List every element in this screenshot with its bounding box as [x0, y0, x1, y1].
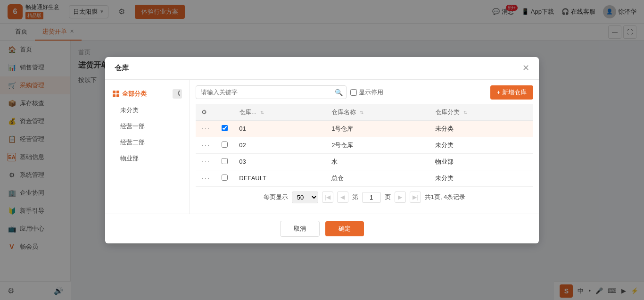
table-wrap: ⚙ 仓库... ⇅ 仓库名称 ⇅ — [196, 104, 533, 187]
modal-title: 仓库 — [115, 64, 129, 73]
row-code: 02 — [233, 137, 326, 153]
row-checkbox-cell[interactable] — [216, 120, 233, 137]
per-page-select[interactable]: 50 100 200 — [292, 192, 318, 203]
row-checkbox[interactable] — [222, 125, 228, 131]
category-all-label: 全部分类 — [122, 90, 147, 98]
modal-header: 仓库 ✕ — [105, 57, 539, 80]
add-warehouse-button[interactable]: + 新增仓库 — [490, 85, 533, 100]
row-category: 未分类 — [429, 120, 533, 137]
search-icon[interactable]: 🔍 — [335, 89, 343, 96]
table-row[interactable]: ··· DEFAULT 总仓 未分类 — [196, 170, 533, 186]
page-first-button[interactable]: |◀ — [322, 192, 333, 203]
table-body: ··· 01 1号仓库 未分类 ··· 02 2号仓库 未分类 ··· 03 水… — [196, 120, 533, 186]
row-category: 物业部 — [429, 153, 533, 170]
row-category: 未分类 — [429, 170, 533, 186]
category-property[interactable]: 物业部 — [105, 150, 190, 167]
row-checkbox[interactable] — [222, 142, 228, 148]
row-name: 1号仓库 — [326, 120, 429, 137]
category-ops2-label: 经营二部 — [120, 139, 145, 146]
search-input[interactable] — [196, 85, 347, 99]
row-checkbox[interactable] — [222, 158, 228, 164]
table-toolbar: 🔍 显示停用 + 新增仓库 — [196, 85, 533, 100]
page-suffix: 页 — [385, 193, 391, 201]
row-checkbox-cell[interactable] — [216, 153, 233, 170]
table-row[interactable]: ··· 02 2号仓库 未分类 — [196, 137, 533, 153]
sort-name-icon: ⇅ — [360, 110, 363, 115]
category-operations-2[interactable]: 经营二部 — [105, 134, 190, 150]
col-checkbox — [216, 104, 233, 121]
warehouse-modal: 仓库 ✕ 全部分类 《 未分类 经营一部 — [105, 57, 539, 243]
modal-body: 全部分类 《 未分类 经营一部 经营二部 物业部 — [105, 80, 539, 214]
table-row[interactable]: ··· 03 水 物业部 — [196, 153, 533, 170]
confirm-button[interactable]: 确定 — [325, 221, 364, 236]
row-checkbox[interactable] — [222, 175, 228, 181]
category-all-header[interactable]: 全部分类 《 — [105, 85, 190, 102]
category-unclassified-label: 未分类 — [120, 107, 139, 114]
page-prev-button[interactable]: ◀ — [337, 192, 348, 203]
modal-close-button[interactable]: ✕ — [522, 64, 529, 72]
col-code: 仓库... ⇅ — [233, 104, 326, 121]
show-disabled-checkbox[interactable] — [350, 89, 357, 96]
show-disabled-wrap: 显示停用 — [350, 88, 383, 97]
table-header-row: ⚙ 仓库... ⇅ 仓库名称 ⇅ — [196, 104, 533, 121]
row-checkbox-cell[interactable] — [216, 137, 233, 153]
show-disabled-label: 显示停用 — [359, 88, 383, 97]
row-category: 未分类 — [429, 137, 533, 153]
row-options: ··· — [196, 137, 216, 153]
cancel-button[interactable]: 取消 — [280, 221, 320, 237]
row-options: ··· — [196, 120, 216, 137]
table-panel: 🔍 显示停用 + 新增仓库 ⚙ — [190, 80, 539, 214]
total-info: 共1页, 4条记录 — [425, 193, 466, 201]
page-last-button[interactable]: ▶| — [410, 192, 421, 203]
page-label: 第 — [352, 193, 358, 201]
row-code: 01 — [233, 120, 326, 137]
col-name: 仓库名称 ⇅ — [326, 104, 429, 121]
row-code: 03 — [233, 153, 326, 170]
row-options: ··· — [196, 153, 216, 170]
search-wrap: 🔍 — [196, 85, 347, 99]
category-ops1-label: 经营一部 — [120, 123, 145, 130]
page-next-button[interactable]: ▶ — [395, 192, 406, 203]
row-name: 2号仓库 — [326, 137, 429, 153]
pagination: 每页显示 50 100 200 |◀ ◀ 第 页 ▶ ▶| 共1页, 4条记录 — [196, 187, 533, 208]
sort-category-icon: ⇅ — [463, 110, 467, 115]
category-panel: 全部分类 《 未分类 经营一部 经营二部 物业部 — [105, 80, 190, 214]
category-unclassified[interactable]: 未分类 — [105, 102, 190, 118]
table-row[interactable]: ··· 01 1号仓库 未分类 — [196, 120, 533, 137]
category-operations-1[interactable]: 经营一部 — [105, 118, 190, 134]
sort-code-icon: ⇅ — [260, 110, 264, 115]
modal-overlay[interactable]: 仓库 ✕ 全部分类 《 未分类 经营一部 — [0, 0, 644, 300]
row-name: 总仓 — [326, 170, 429, 186]
col-category: 仓库分类 ⇅ — [429, 104, 533, 121]
per-page-label: 每页显示 — [264, 193, 288, 201]
modal-footer: 取消 确定 — [105, 214, 539, 243]
row-code: DEFAULT — [233, 170, 326, 186]
row-name: 水 — [326, 153, 429, 170]
collapse-category-button[interactable]: 《 — [173, 89, 182, 99]
row-options: ··· — [196, 170, 216, 186]
grid-icon — [113, 91, 119, 97]
category-property-label: 物业部 — [120, 155, 139, 162]
col-settings: ⚙ — [196, 104, 216, 121]
warehouse-table: ⚙ 仓库... ⇅ 仓库名称 ⇅ — [196, 104, 533, 187]
row-checkbox-cell[interactable] — [216, 170, 233, 186]
page-number-input[interactable] — [362, 192, 381, 203]
